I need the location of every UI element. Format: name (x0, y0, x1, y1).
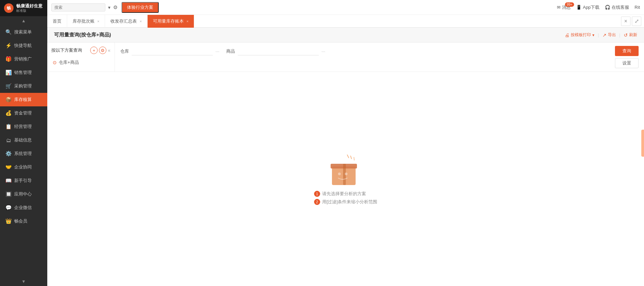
svg-line-3 (347, 155, 349, 158)
topbar-message-btn[interactable]: ✉ 消息 99+ (557, 4, 571, 10)
filter-area: 按以下方案查询 + ⚙ « ⊙ 仓库+商品 仓库 ··· (47, 43, 644, 72)
topbar-app-download-btn[interactable]: 📱 App下载 (576, 4, 599, 10)
sidebar-item-sales[interactable]: 📊 销售管理 (0, 66, 47, 79)
goods-label: 商品 (226, 48, 235, 54)
sidebar-item-guide[interactable]: 📖 新手引导 (0, 174, 47, 187)
warehouse-field: 仓库 ··· (120, 47, 220, 55)
warehouse-input[interactable] (132, 47, 213, 55)
goods-input[interactable] (238, 47, 319, 55)
sidebar-item-enterprise[interactable]: 🤝 企业协同 (0, 160, 47, 174)
export-btn[interactable]: ↗ 导出 (602, 32, 616, 38)
sidebar-item-purchase[interactable]: 🛒 采购管理 (0, 79, 47, 93)
action-divider-2: | (619, 32, 620, 37)
sidebar-item-finance[interactable]: 💰 资金管理 (0, 106, 47, 120)
topbar-user-btn[interactable]: Rit (635, 5, 640, 10)
sidebar-item-search[interactable]: 🔍 搜索菜单 (0, 25, 47, 39)
print-dropdown-icon[interactable]: ▾ (592, 33, 594, 37)
lightning-icon: ⚡ (5, 43, 11, 49)
warehouse-more-btn[interactable]: ··· (215, 49, 220, 54)
logo-icon: 畅 (4, 3, 14, 13)
setting-button[interactable]: 设置 (615, 58, 639, 68)
sidebar-item-app-center[interactable]: 🔲 应用中心 (0, 187, 47, 201)
sidebar-scroll-down[interactable]: ▼ (0, 277, 47, 286)
page-header: 可用量查询(按仓库+商品) 🖨 按模板打印 ▾ | ↗ 导出 | ↺ 刷新 (47, 28, 644, 43)
search-icon: 🔍 (5, 29, 11, 35)
svg-point-7 (345, 173, 347, 175)
sidebar-item-wechat[interactable]: 💬 企业微信 (0, 201, 47, 214)
sidebar-item-member[interactable]: 👑 畅会员 (0, 214, 47, 228)
tab-home[interactable]: 首页 (47, 15, 67, 28)
tab-available-qty[interactable]: 可用量库存账本 × (148, 15, 194, 28)
empty-hints: 1 请先选择要分析的方案 2 用[过滤]条件来缩小分析范围 (314, 191, 377, 205)
logo-text: 畅康通好生意 标准版 (16, 3, 43, 13)
tab-close-available-qty[interactable]: × (186, 19, 188, 23)
sidebar-header: 畅 畅康通好生意 标准版 (0, 0, 47, 16)
refresh-icon: ↺ (624, 32, 628, 38)
main-content: ▾ ⚙ 体验行业方案 ✉ 消息 99+ 📱 App下载 🎧 在线客服 Rit 首… (47, 0, 644, 286)
filter-left-header: 按以下方案查询 + ⚙ « (51, 47, 110, 54)
warehouse-label: 仓库 (120, 48, 129, 54)
mobile-icon: 📱 (576, 5, 582, 10)
money-icon: 💰 (5, 110, 11, 116)
gift-icon: 🎁 (5, 56, 11, 62)
sidebar-scroll-up[interactable]: ▲ (0, 16, 47, 25)
filter-action-buttons: 查询 设置 (615, 46, 639, 68)
refresh-btn[interactable]: ↺ 刷新 (624, 32, 637, 38)
scheme-icon: ⊙ (53, 60, 57, 65)
clipboard-icon: 📋 (5, 124, 11, 130)
tab-receipt-summary[interactable]: 收发存汇总表 × (105, 15, 147, 28)
gear-icon: ⚙️ (5, 151, 11, 157)
tabs-bar: 首页 库存批次账 × 收发存汇总表 × 可用量库存账本 × × ⤢ (47, 15, 644, 28)
message-icon: ✉ (557, 5, 561, 10)
filter-collapse-btn[interactable]: « (108, 48, 110, 53)
sidebar-item-marketing[interactable]: 🎁 营销推广 (0, 52, 47, 66)
empty-svg (329, 153, 362, 187)
filter-scheme-item[interactable]: ⊙ 仓库+商品 (51, 57, 110, 68)
filter-scheme-title: 按以下方案查询 (51, 47, 82, 53)
tabs-actions: × ⤢ (621, 17, 644, 26)
sidebar-item-inventory[interactable]: 📦 库存核算 (0, 93, 47, 106)
book-icon: 📖 (5, 178, 11, 184)
tab-close-receipt-summary[interactable]: × (139, 19, 141, 23)
filter-scheme-actions: + ⚙ « (90, 47, 110, 54)
action-divider-1: | (598, 32, 599, 37)
handshake-icon: 🤝 (5, 164, 11, 170)
sidebar-menu: 🔍 搜索菜单 ⚡ 快捷导航 🎁 营销推广 📊 销售管理 🛒 采购管理 📦 库存核… (0, 25, 47, 277)
query-button[interactable]: 查询 (615, 46, 639, 56)
page-title: 可用量查询(按仓库+商品) (54, 32, 111, 38)
tabs-close-all-btn[interactable]: × (621, 17, 630, 26)
topbar-service-btn[interactable]: 🎧 在线客服 (605, 4, 629, 10)
sidebar-item-system[interactable]: ⚙️ 系统管理 (0, 147, 47, 160)
filter-add-btn[interactable]: + (90, 47, 98, 54)
right-scroll-indicator[interactable] (641, 130, 644, 157)
filter-right-wrapper: 仓库 ··· 商品 ··· 查询 设置 (115, 43, 644, 72)
hint-num-2: 2 (314, 199, 320, 205)
grid-icon: 🔲 (5, 191, 11, 197)
content-area: 1 请先选择要分析的方案 2 用[过滤]条件来缩小分析范围 (47, 72, 644, 286)
tabs-expand-btn[interactable]: ⤢ (632, 17, 641, 26)
goods-more-btn[interactable]: ··· (321, 49, 326, 54)
topbar-gear-icon[interactable]: ⚙ (113, 4, 118, 10)
topbar-dropdown-icon[interactable]: ▾ (108, 5, 110, 10)
topbar-search-input[interactable] (51, 3, 105, 11)
export-icon: ↗ (602, 32, 607, 38)
topbar-right: ✉ 消息 99+ 📱 App下载 🎧 在线客服 Rit (557, 4, 640, 10)
filter-settings-btn[interactable]: ⚙ (99, 47, 106, 54)
folder-icon: 🗂 (5, 137, 11, 143)
topbar: ▾ ⚙ 体验行业方案 ✉ 消息 99+ 📱 App下载 🎧 在线客服 Rit (47, 0, 644, 15)
sidebar-item-operations[interactable]: 📋 经营管理 (0, 120, 47, 133)
print-icon: 🖨 (565, 32, 569, 38)
goods-field: 商品 ··· (226, 47, 326, 55)
filter-row-warehouse: 仓库 ··· 商品 ··· (120, 47, 639, 55)
sidebar-item-shortcuts[interactable]: ⚡ 快捷导航 (0, 39, 47, 52)
topbar-trial-button[interactable]: 体验行业方案 (122, 2, 159, 13)
tab-batch-account[interactable]: 库存批次账 × (67, 15, 105, 28)
sidebar-item-basic-info[interactable]: 🗂 基础信息 (0, 133, 47, 147)
headset-icon: 🎧 (605, 5, 610, 10)
chart-icon: 📊 (5, 70, 11, 76)
empty-state: 1 请先选择要分析的方案 2 用[过滤]条件来缩小分析范围 (314, 153, 377, 205)
tab-close-batch-account[interactable]: × (97, 19, 99, 23)
print-btn[interactable]: 🖨 按模板打印 ▾ (565, 32, 594, 38)
svg-line-5 (354, 157, 354, 160)
svg-point-6 (338, 173, 341, 175)
